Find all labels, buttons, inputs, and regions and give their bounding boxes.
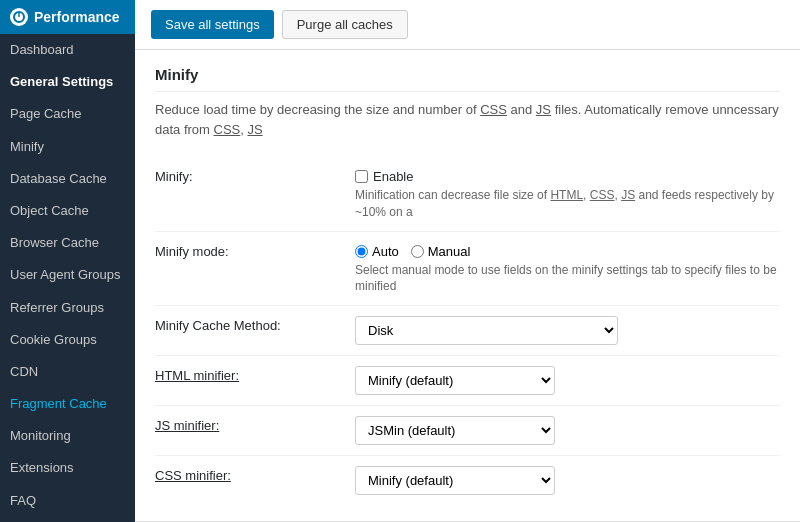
js-minifier-label: JS minifier: <box>155 406 355 456</box>
sidebar-item-browser-cache[interactable]: Browser Cache <box>0 227 135 259</box>
minify-mode-label: Minify mode: <box>155 231 355 306</box>
js-minifier-row: JS minifier: JSMin (default) Minify Disa… <box>155 406 780 456</box>
js-minifier-select[interactable]: JSMin (default) Minify Disabled <box>355 416 555 445</box>
sidebar-nav: DashboardGeneral SettingsPage CacheMinif… <box>0 34 135 522</box>
minify-enable-label: Minify: <box>155 157 355 231</box>
js-code-2: JS <box>248 122 263 137</box>
css-minifier-row: CSS minifier: Minify (default) YUI Compr… <box>155 456 780 506</box>
minify-mode-row: Minify mode: Auto Manual <box>155 231 780 306</box>
sidebar-item-extensions[interactable]: Extensions <box>0 452 135 484</box>
css-minifier-label: CSS minifier: <box>155 456 355 506</box>
performance-logo-icon <box>10 8 28 26</box>
purge-all-caches-button[interactable]: Purge all caches <box>282 10 408 39</box>
sidebar-item-minify[interactable]: Minify <box>0 131 135 163</box>
minify-cache-method-select[interactable]: Disk Memory (Memcached) Opcode: Alternat… <box>355 316 618 345</box>
minify-cache-method-row: Minify Cache Method: Disk Memory (Memcac… <box>155 306 780 356</box>
minify-cache-method-label: Minify Cache Method: <box>155 306 355 356</box>
css-minifier-field: Minify (default) YUI Compressor Disabled <box>355 456 780 506</box>
minify-mode-desc: Select manual mode to use fields on the … <box>355 262 780 296</box>
top-bar: Save all settings Purge all caches <box>135 0 800 50</box>
html-minifier-label: HTML minifier: <box>155 356 355 406</box>
minify-mode-manual-option[interactable]: Manual <box>411 244 471 259</box>
sidebar-item-user-agent-groups[interactable]: User Agent Groups <box>0 259 135 291</box>
minify-mode-field: Auto Manual Select manual mode to use fi… <box>355 231 780 306</box>
sidebar-title: Performance <box>34 9 120 25</box>
sidebar-item-object-cache[interactable]: Object Cache <box>0 195 135 227</box>
js-minifier-field: JSMin (default) Minify Disabled <box>355 406 780 456</box>
css-code-1: CSS <box>480 102 507 117</box>
sidebar-item-general-settings[interactable]: General Settings <box>0 66 135 98</box>
sidebar-item-database-cache[interactable]: Database Cache <box>0 163 135 195</box>
sidebar-item-monitoring[interactable]: Monitoring <box>0 420 135 452</box>
section-title: Minify <box>155 66 780 92</box>
sidebar-item-fragment-cache[interactable]: Fragment Cache <box>0 388 135 420</box>
sidebar-header: Performance <box>0 0 135 34</box>
sidebar-item-dashboard[interactable]: Dashboard <box>0 34 135 66</box>
minify-enable-desc: Minification can decrease file size of H… <box>355 187 780 221</box>
minify-mode-auto-radio[interactable] <box>355 245 368 258</box>
html-minifier-select[interactable]: Minify (default) Disabled <box>355 366 555 395</box>
main-content: Save all settings Purge all caches Minif… <box>135 0 800 522</box>
sidebar-item-faq[interactable]: FAQ <box>0 485 135 517</box>
sidebar-item-cdn[interactable]: CDN <box>0 356 135 388</box>
html-minifier-field: Minify (default) Disabled <box>355 356 780 406</box>
sidebar: Performance DashboardGeneral SettingsPag… <box>0 0 135 522</box>
css-code-2: CSS <box>214 122 241 137</box>
sidebar-item-cookie-groups[interactable]: Cookie Groups <box>0 324 135 356</box>
sidebar-item-page-cache[interactable]: Page Cache <box>0 98 135 130</box>
minify-mode-manual-label: Manual <box>428 244 471 259</box>
sidebar-item-support[interactable]: Support <box>0 517 135 522</box>
html-minifier-row: HTML minifier: Minify (default) Disabled <box>155 356 780 406</box>
js-code-1: JS <box>536 102 551 117</box>
minify-enable-checkbox[interactable] <box>355 170 368 183</box>
settings-table: Minify: Enable Minification can decrease… <box>155 157 780 505</box>
content-area: Minify Reduce load time by decreasing th… <box>135 50 800 521</box>
save-all-settings-button[interactable]: Save all settings <box>151 10 274 39</box>
minify-mode-auto-label: Auto <box>372 244 399 259</box>
minify-cache-method-field: Disk Memory (Memcached) Opcode: Alternat… <box>355 306 780 356</box>
css-minifier-select[interactable]: Minify (default) YUI Compressor Disabled <box>355 466 555 495</box>
section-description: Reduce load time by decreasing the size … <box>155 100 780 139</box>
minify-enable-field: Enable Minification can decrease file si… <box>355 157 780 231</box>
minify-mode-auto-option[interactable]: Auto <box>355 244 399 259</box>
sidebar-item-referrer-groups[interactable]: Referrer Groups <box>0 292 135 324</box>
minify-mode-manual-radio[interactable] <box>411 245 424 258</box>
minify-enable-row: Minify: Enable Minification can decrease… <box>155 157 780 231</box>
minify-enable-checkbox-label: Enable <box>373 169 413 184</box>
